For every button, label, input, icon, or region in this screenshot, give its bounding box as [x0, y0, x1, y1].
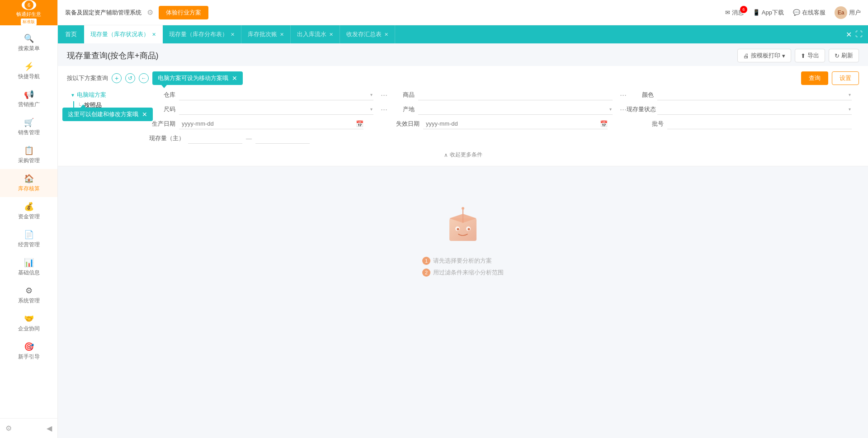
sidebar-label-guide: 新手引导 — [18, 353, 40, 361]
search-btn[interactable]: 查询 — [801, 71, 828, 85]
search-icon: 🔍 — [24, 33, 34, 43]
message-icon: ✉ — [725, 9, 730, 16]
tab-close-summary[interactable]: ✕ — [384, 32, 388, 38]
header-left: 装备及固定资产辅助管理系统 ⚙ 体验行业方案 — [65, 6, 208, 19]
header: 装备及固定资产辅助管理系统 ⚙ 体验行业方案 ✉ 消息 6 📱 App下载 💬 … — [58, 0, 868, 25]
stock-status-select-wrapper[interactable]: ▾ — [657, 104, 852, 115]
sidebar-item-finance[interactable]: 💰 资金管理 — [0, 197, 57, 225]
tree-desktop-scheme[interactable]: ▼ 电脑端方案 — [67, 89, 148, 100]
header-gear-icon[interactable]: ⚙ — [147, 8, 153, 17]
app-download-btn[interactable]: 📱 App下载 — [753, 9, 784, 17]
refresh-btn[interactable]: ↻ 刷新 — [829, 49, 859, 62]
tab-summary[interactable]: 收发存汇总表 ✕ — [340, 25, 395, 43]
warehouse-more-icon[interactable]: ··· — [381, 90, 387, 100]
sidebar-item-search[interactable]: 🔍 搜索菜单 — [0, 29, 57, 57]
tree-desktop-label: 电脑端方案 — [77, 91, 106, 99]
size-select-wrapper[interactable]: ▾ — [179, 104, 373, 115]
color-arrow-icon: ▾ — [849, 92, 851, 97]
stock-status-label: 现存量状态 — [627, 105, 654, 113]
expire-date-label: 失效日期 — [392, 120, 420, 128]
produce-date-calendar-icon[interactable]: 📅 — [356, 120, 363, 127]
svg-point-10 — [462, 207, 464, 210]
produce-date-input[interactable] — [179, 118, 356, 129]
filter-field-expire-date: 失效日期 📅 — [392, 118, 608, 129]
product-more-icon[interactable]: ··· — [620, 90, 627, 100]
scheme-tooltip-text: 电脑方案可设为移动方案哦 — [158, 74, 228, 82]
tabs-fullscreen-icon[interactable]: ⛶ — [855, 30, 863, 38]
support-icon: 💬 — [793, 9, 800, 16]
scheme-edit-tooltip-close[interactable]: ✕ — [142, 111, 147, 118]
sidebar-item-sales[interactable]: 🛒 销售管理 — [0, 113, 57, 141]
warehouse-select-wrapper[interactable]: ▾ — [179, 89, 373, 100]
sidebar-item-basic[interactable]: 📊 基础信息 — [0, 253, 57, 281]
tab-batch-account[interactable]: 库存批次账 ✕ — [241, 25, 291, 43]
collapse-sidebar-icon[interactable]: ◀ — [47, 424, 52, 433]
stock-qty-label: 现存量（主） — [148, 134, 184, 142]
sidebar-label-sales: 销售管理 — [18, 129, 40, 137]
origin-select-wrapper[interactable]: ▾ — [418, 104, 613, 115]
step-1-num: 1 — [422, 257, 430, 265]
tab-inventory-dist[interactable]: 现存量（库存分布表） ✕ — [163, 25, 241, 43]
origin-arrow-icon: ▾ — [609, 107, 612, 112]
export-btn[interactable]: ⬆ 导出 — [795, 49, 825, 62]
sidebar-item-management[interactable]: 📄 经营管理 — [0, 225, 57, 253]
print-icon: 🖨 — [743, 52, 749, 59]
settings-icon[interactable]: ⚙ — [5, 424, 12, 433]
scheme-tooltip-close[interactable]: ✕ — [232, 75, 237, 82]
tree-expand-desktop: ▼ — [71, 93, 75, 98]
sidebar-item-quick[interactable]: ⚡ 快捷导航 — [0, 57, 57, 85]
user-area[interactable]: Ea 用户 — [835, 6, 861, 19]
origin-more-icon[interactable]: ··· — [620, 105, 627, 114]
tab-label-inventory-status: 现存量（库存状况表） — [90, 30, 149, 38]
tab-flow[interactable]: 出入库流水 ✕ — [291, 25, 340, 43]
warehouse-label: 仓库 — [148, 91, 175, 99]
tab-home[interactable]: 首页 — [58, 30, 84, 38]
reset-settings-btn[interactable]: 设置 — [832, 71, 859, 85]
warehouse-select[interactable] — [179, 89, 373, 100]
tabs-close-all-icon[interactable]: ✕ — [846, 30, 852, 39]
sidebar-item-system[interactable]: ⚙ 系统管理 — [0, 281, 57, 309]
origin-label: 产地 — [387, 105, 415, 113]
sidebar-item-purchase[interactable]: 📋 采购管理 — [0, 141, 57, 169]
sidebar-item-collab[interactable]: 🤝 企业协同 — [0, 309, 57, 337]
empty-steps: 1 请先选择要分析的方案 2 用过滤条件来缩小分析范围 — [422, 255, 504, 278]
empty-step-1: 1 请先选择要分析的方案 — [422, 255, 504, 267]
filter-row-4: 现存量（主） — — [148, 133, 859, 144]
sidebar-item-guide[interactable]: 🎯 新手引导 — [0, 337, 57, 365]
filter-add-btn[interactable]: + — [112, 73, 122, 83]
product-input[interactable] — [418, 89, 613, 100]
expire-date-field: 📅 — [423, 118, 608, 129]
sidebar-label-basic: 基础信息 — [18, 269, 40, 277]
collab-icon: 🤝 — [24, 314, 34, 324]
tab-close-flow[interactable]: ✕ — [329, 32, 333, 38]
origin-select[interactable] — [418, 104, 613, 114]
color-select[interactable] — [657, 89, 852, 100]
tab-close-inventory-status[interactable]: ✕ — [152, 32, 156, 38]
print-template-btn[interactable]: 🖨 按模板打印 ▾ — [737, 49, 791, 62]
color-select-wrapper[interactable]: ▾ — [657, 89, 852, 100]
size-select[interactable] — [179, 104, 373, 114]
expire-date-calendar-icon[interactable]: 📅 — [600, 120, 608, 127]
stock-qty-min-input[interactable] — [188, 133, 242, 144]
product-label: 商品 — [387, 91, 415, 99]
scheme-edit-tooltip: 这里可以创建和修改方案哦 ✕ — [62, 108, 153, 121]
filter-arrow-btn[interactable]: ← — [139, 73, 149, 83]
tab-label-batch-account: 库存批次账 — [248, 30, 277, 38]
sidebar-item-marketing[interactable]: 📢 营销推广 — [0, 85, 57, 113]
industry-btn[interactable]: 体验行业方案 — [159, 6, 208, 19]
sidebar-item-inventory[interactable]: 🏠 库存核算 — [0, 169, 57, 197]
tab-inventory-status[interactable]: 现存量（库存状况表） ✕ — [84, 25, 163, 43]
message-btn[interactable]: ✉ 消息 6 — [725, 9, 744, 17]
online-support-btn[interactable]: 💬 在线客服 — [793, 9, 826, 17]
batch-input[interactable] — [667, 118, 852, 129]
expire-date-input[interactable] — [423, 118, 600, 129]
stock-qty-max-input[interactable] — [255, 133, 310, 144]
tabs-bar: 首页 现存量（库存状况表） ✕ 现存量（库存分布表） ✕ 库存批次账 ✕ 出入库… — [58, 25, 868, 43]
filter-reset-btn[interactable]: ↺ — [125, 73, 135, 83]
stock-status-select[interactable] — [657, 104, 852, 114]
size-more-icon[interactable]: ··· — [381, 105, 387, 114]
sidebar-label-system: 系统管理 — [18, 297, 40, 305]
tab-close-batch-account[interactable]: ✕ — [280, 32, 284, 38]
collapse-filter-btn[interactable]: ∧ 收起更多条件 — [67, 147, 859, 162]
tab-close-inventory-dist[interactable]: ✕ — [231, 32, 235, 38]
